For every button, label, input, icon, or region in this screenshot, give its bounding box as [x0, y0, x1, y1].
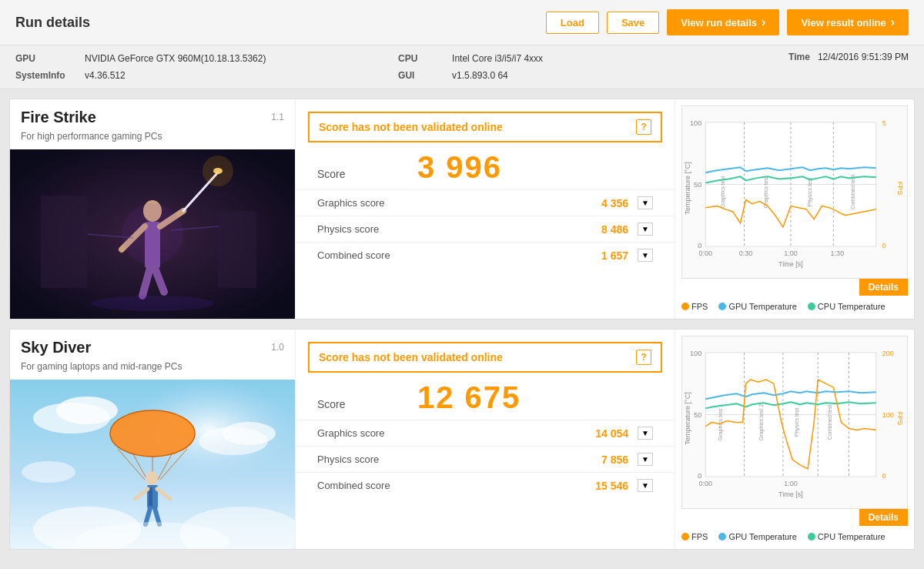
svg-point-41: [56, 397, 118, 424]
sky-diver-score-main: Score 12 675: [296, 373, 675, 420]
sky-diver-subtitle: For gaming laptops and mid-range PCs: [10, 361, 295, 380]
fire-strike-physics-expand[interactable]: ▼: [638, 223, 653, 236]
sky-diver-physics-label: Physics score: [317, 454, 567, 465]
sky-diver-left: Sky Diver 1.0 For gaming laptops and mid…: [10, 330, 295, 549]
svg-text:100: 100: [690, 350, 701, 357]
fps-legend-dot: [681, 303, 689, 310]
fire-strike-chart-panel: 100 50 0 5 0 Temperature [°C] FPS 0:00 0…: [675, 99, 914, 319]
fps-legend-sky: FPS: [681, 532, 708, 541]
view-run-details-button[interactable]: View run details ›: [667, 9, 779, 35]
sky-diver-details-button[interactable]: Details: [859, 509, 908, 526]
gpu-temp-legend-sky: GPU Temperature: [718, 532, 796, 541]
sky-diver-validation-text: Score has not been validated online: [319, 351, 503, 363]
fire-strike-graphics-value: 4 356: [567, 197, 628, 209]
sky-diver-legend: FPS GPU Temperature CPU Temperature: [681, 527, 908, 543]
fire-strike-benchmark: Fire Strike 1.1 For high performance gam…: [9, 99, 915, 320]
fire-strike-physics-row: Physics score 8 486 ▼: [296, 216, 675, 242]
gpu-temp-legend: GPU Temperature: [718, 302, 796, 311]
svg-text:0:30: 0:30: [739, 249, 753, 257]
gpu-value: NVIDIA GeForce GTX 960M(10.18.13.5362): [85, 52, 390, 65]
sky-diver-graphics-row: Graphics score 14 054 ▼: [296, 420, 675, 446]
sky-diver-image: [10, 380, 295, 549]
svg-text:Graphics test 2: Graphics test 2: [758, 404, 765, 440]
sky-diver-benchmark: Sky Diver 1.0 For gaming laptops and mid…: [9, 329, 915, 550]
gpu-temp-legend-label: GPU Temperature: [728, 302, 796, 311]
save-button[interactable]: Save: [607, 12, 659, 34]
sky-diver-help-button[interactable]: ?: [636, 350, 651, 365]
fire-strike-chart-svg: 100 50 0 5 0 Temperature [°C] FPS 0:00 0…: [682, 106, 907, 278]
sky-diver-combined-row: Combined score 15 546 ▼: [296, 472, 675, 498]
fire-strike-graphics-expand[interactable]: ▼: [638, 196, 653, 209]
fire-strike-title-area: Fire Strike 1.1: [10, 99, 295, 131]
sky-diver-combined-label: Combined score: [317, 480, 567, 491]
sky-diver-chart-panel: 100 50 0 200 100 0 Temperature [°C] FPS …: [675, 330, 914, 549]
fire-strike-image: [10, 149, 295, 319]
sky-diver-combined-expand[interactable]: ▼: [638, 479, 653, 492]
svg-text:Physics test: Physics test: [794, 408, 800, 437]
sky-diver-version: 1.0: [271, 342, 284, 353]
sky-diver-title-area: Sky Diver 1.0: [10, 330, 295, 361]
sky-diver-graphics-expand[interactable]: ▼: [638, 427, 653, 440]
fire-strike-combined-expand[interactable]: ▼: [638, 249, 653, 262]
svg-text:Time [s]: Time [s]: [778, 490, 803, 498]
fire-strike-left: Fire Strike 1.1 For high performance gam…: [10, 99, 295, 319]
cpu-temp-legend-dot-sky: [808, 533, 815, 541]
time-value: 12/4/2016 9:51:39 PM: [818, 52, 909, 62]
sky-diver-svg: [10, 380, 295, 549]
sysinfo-grid: GPU NVIDIA GeForce GTX 960M(10.18.13.536…: [15, 52, 758, 82]
fps-legend: FPS: [681, 302, 708, 311]
fps-legend-label-sky: FPS: [691, 532, 708, 541]
svg-text:50: 50: [694, 181, 701, 189]
fire-strike-combined-label: Combined score: [317, 249, 567, 261]
svg-text:Combined test: Combined test: [827, 405, 832, 440]
sysinfo-value: v4.36.512: [85, 69, 390, 82]
svg-text:Combined test: Combined test: [850, 175, 855, 209]
svg-text:Temperature [°C]: Temperature [°C]: [684, 392, 691, 444]
gpu-temp-legend-dot-sky: [718, 533, 726, 541]
time-label: Time: [788, 52, 810, 62]
svg-text:1:30: 1:30: [831, 249, 845, 257]
fire-strike-score-header: Score has not been validated online ?: [308, 112, 662, 142]
arrow-icon: ›: [891, 15, 895, 29]
sky-diver-chart-svg: 100 50 0 200 100 0 Temperature [°C] FPS …: [682, 336, 907, 508]
svg-text:FPS: FPS: [896, 182, 904, 196]
sky-diver-chart-area: 100 50 0 200 100 0 Temperature [°C] FPS …: [681, 336, 908, 509]
sky-diver-physics-expand[interactable]: ▼: [638, 453, 653, 466]
load-button[interactable]: Load: [546, 12, 599, 34]
svg-text:Physics test: Physics test: [807, 178, 813, 207]
svg-point-52: [146, 471, 158, 485]
fire-strike-details-button[interactable]: Details: [859, 279, 908, 296]
sky-diver-combined-value: 15 546: [567, 480, 628, 492]
sky-diver-thumbnail: [10, 380, 295, 549]
sky-diver-score-label: Score: [317, 398, 410, 410]
cpu-temp-legend-label: CPU Temperature: [818, 302, 886, 311]
fire-strike-score-value: 3 996: [417, 150, 502, 185]
fire-strike-score-panel: Score has not been validated online ? Sc…: [295, 99, 675, 319]
svg-text:5: 5: [882, 119, 886, 127]
svg-rect-12: [218, 211, 256, 288]
svg-text:200: 200: [882, 350, 894, 357]
cpu-temp-legend: CPU Temperature: [808, 302, 886, 311]
arrow-icon: ›: [762, 15, 765, 29]
cpu-temp-legend-label-sky: CPU Temperature: [818, 532, 886, 541]
cpu-label: CPU: [398, 52, 444, 65]
view-result-online-button[interactable]: View result online ›: [787, 9, 909, 35]
page-title: Run details: [15, 15, 546, 31]
sysinfo-label: SystemInfo: [15, 69, 77, 82]
svg-text:100: 100: [690, 119, 701, 127]
fps-legend-label: FPS: [691, 302, 708, 311]
cpu-value: Intel Core i3/i5/i7 4xxx: [452, 52, 758, 65]
gpu-temp-legend-dot: [718, 303, 726, 310]
system-info-bar: GPU NVIDIA GeForce GTX 960M(10.18.13.536…: [0, 45, 924, 89]
sysinfo-time: Time 12/4/2016 9:51:39 PM: [788, 52, 909, 82]
header: Run details Load Save View run details ›…: [0, 0, 924, 45]
sky-diver-name: Sky Diver: [21, 339, 91, 356]
svg-text:0:00: 0:00: [698, 249, 712, 257]
fire-strike-legend: FPS GPU Temperature CPU Temperature: [681, 297, 908, 313]
fire-strike-help-button[interactable]: ?: [636, 119, 651, 135]
fire-strike-graphics-row: Graphics score 4 356 ▼: [296, 189, 675, 216]
svg-point-10: [122, 203, 183, 265]
sky-diver-score-header: Score has not been validated online ?: [308, 342, 662, 373]
fps-legend-dot-sky: [681, 533, 689, 541]
svg-text:50: 50: [694, 411, 701, 419]
